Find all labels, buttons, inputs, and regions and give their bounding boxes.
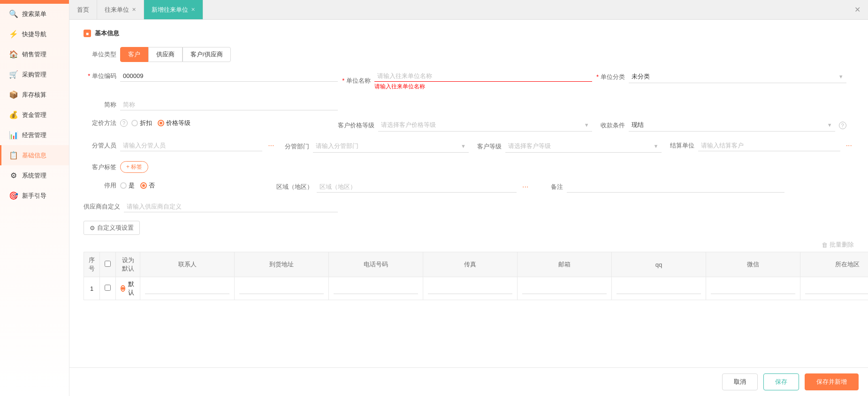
customer-level-placeholder: 请选择客户等级 (508, 142, 652, 150)
contact-table: 序号 设为默认 联系人 到货地址 电话号码 传真 邮箱 qq 微信 所在地区 操… (84, 252, 868, 300)
sidebar-item-guide[interactable]: 🎯 新手引导 (0, 186, 69, 206)
sidebar-item-search[interactable]: 🔍 搜索菜单 (0, 4, 69, 24)
pricing-info-icon[interactable]: ? (120, 119, 128, 127)
payment-terms-info-icon[interactable]: ? (839, 122, 846, 129)
add-tag-button[interactable]: + 标签 (120, 161, 148, 173)
disabled-yes-circle (120, 182, 127, 189)
disabled-no-label: 否 (149, 181, 155, 190)
row-contact-input[interactable] (145, 283, 229, 294)
basic-icon: 📋 (9, 151, 18, 160)
pricing-radio-group: 折扣 价格等级 (131, 119, 190, 127)
tab-home[interactable]: 首页 (69, 0, 97, 19)
disabled-no-circle (140, 182, 147, 189)
region-input[interactable] (317, 181, 517, 193)
window-close-button[interactable]: ✕ (847, 5, 868, 14)
row-wechat-input[interactable] (711, 283, 795, 294)
pricing-level-label: 价格等级 (166, 119, 190, 127)
supplier-custom-row: 供应商自定义 (84, 201, 854, 212)
tab-new-partner[interactable]: 新增往来单位 ✕ (144, 0, 203, 19)
row-fax (423, 277, 518, 300)
search-icon: 🔍 (9, 9, 18, 18)
type-btn-supplier[interactable]: 供应商 (148, 47, 183, 62)
short-name-input[interactable] (120, 99, 338, 110)
disabled-yes-radio[interactable]: 是 (120, 181, 135, 190)
row-address-input[interactable] (239, 283, 324, 294)
row-fax-input[interactable] (428, 283, 512, 294)
table-toolbar: 🗑 批量删除 (84, 241, 854, 249)
th-checkbox (100, 252, 116, 277)
tab-partners-close[interactable]: ✕ (132, 7, 136, 13)
th-phone: 电话号码 (329, 252, 423, 277)
unit-type-row: 单位类型 客户 供应商 客户/供应商 (84, 47, 854, 62)
th-default: 设为默认 (116, 252, 140, 277)
customer-level-group: 客户等级 请选择客户等级 ▼ (469, 140, 662, 153)
unit-code-input[interactable] (120, 70, 338, 82)
row-select-checkbox[interactable] (105, 285, 111, 291)
pricing-row: 定价方法 ? 折扣 价格等级 客户价格等级 请选择客户价格等级 (84, 119, 854, 132)
remark-input[interactable] (567, 181, 784, 193)
unit-category-select[interactable]: 未分类 ▼ (629, 70, 846, 83)
table-header-row: 序号 设为默认 联系人 到货地址 电话号码 传真 邮箱 qq 微信 所在地区 操… (84, 252, 868, 277)
sidebar-item-quicknav[interactable]: ⚡ 快捷导航 (0, 24, 69, 44)
sidebar-item-purchase[interactable]: 🛒 采购管理 (0, 64, 69, 85)
tab-partners-label: 往来单位 (105, 6, 129, 14)
customer-price-level-group: 客户价格等级 请选择客户价格等级 ▼ (338, 119, 592, 132)
save-button[interactable]: 保存 (763, 373, 799, 390)
settlement-group: 结算单位 ··· (662, 140, 854, 151)
type-btn-both[interactable]: 客户/供应商 (183, 47, 231, 62)
disabled-region-row: 停用 是 否 区域（地区） ··· 备注 (84, 181, 854, 193)
form-content: ■ 基本信息 单位类型 客户 供应商 客户/供应商 单位编码 单位名称 (69, 20, 868, 367)
batch-delete-button[interactable]: 🗑 批量删除 (822, 241, 854, 249)
row-default: 默认 (116, 277, 140, 300)
row-region (800, 277, 868, 300)
tags-group: 客户标签 + 标签 (84, 161, 854, 173)
manager-input[interactable] (120, 140, 262, 151)
sidebar-item-basic[interactable]: 📋 基础信息 (0, 145, 69, 165)
operations-icon: 📊 (9, 131, 18, 140)
tab-new-partner-close[interactable]: ✕ (191, 7, 195, 13)
row-email-input[interactable] (522, 283, 607, 294)
customer-price-level-label: 客户价格等级 (338, 121, 374, 130)
row-phone-input[interactable] (334, 283, 418, 294)
disabled-no-radio[interactable]: 否 (140, 181, 155, 190)
customer-price-level-select[interactable]: 请选择客户价格等级 ▼ (378, 119, 592, 132)
sidebar-item-operations[interactable]: 📊 经营管理 (0, 125, 69, 145)
row-email (518, 277, 612, 300)
type-btn-customer[interactable]: 客户 (120, 47, 148, 62)
guide-icon: 🎯 (9, 191, 18, 200)
sidebar-label-sales: 销售管理 (22, 50, 46, 59)
pricing-radio-level[interactable]: 价格等级 (158, 119, 190, 127)
tab-partners[interactable]: 往来单位 ✕ (97, 0, 144, 19)
supplier-custom-input[interactable] (124, 201, 338, 212)
settlement-dots[interactable]: ··· (844, 141, 854, 150)
row-qq-input[interactable] (617, 283, 701, 294)
settlement-input[interactable] (698, 140, 840, 151)
department-select[interactable]: 请输入分管部门 ▼ (313, 140, 469, 153)
unit-name-error: 请输入往来单位名称 (374, 83, 592, 91)
sidebar-item-system[interactable]: ⚙ 系统管理 (0, 165, 69, 186)
unit-name-label: 单位名称 (338, 77, 371, 85)
customize-settings-button[interactable]: ⚙ 自定义项设置 (84, 221, 140, 235)
row-region-input[interactable] (805, 283, 868, 294)
customer-level-select[interactable]: 请选择客户等级 ▼ (505, 140, 662, 153)
remark-label: 备注 (530, 183, 563, 191)
department-chevron: ▼ (461, 143, 466, 149)
save-add-button[interactable]: 保存并新增 (805, 373, 859, 390)
sidebar-top-accent (0, 0, 69, 4)
sidebar-item-finance[interactable]: 💰 资金管理 (0, 105, 69, 125)
unit-name-input[interactable] (374, 70, 592, 82)
manager-dots[interactable]: ··· (266, 141, 276, 150)
sidebar-item-sales[interactable]: 🏠 销售管理 (0, 44, 69, 64)
disabled-label: 停用 (84, 181, 116, 190)
sidebar-item-inventory[interactable]: 📦 库存核算 (0, 85, 69, 105)
row-default-label: 默认 (127, 280, 135, 297)
batch-delete-label: 批量删除 (830, 241, 854, 249)
region-dots[interactable]: ··· (520, 183, 530, 191)
sidebar-label-quicknav: 快捷导航 (22, 30, 46, 39)
sidebar-label-guide: 新手引导 (22, 192, 46, 200)
select-all-checkbox[interactable] (105, 261, 111, 267)
payment-terms-select[interactable]: 现结 ▼ (629, 119, 835, 132)
row-default-radio[interactable]: 默认 (121, 280, 135, 297)
cancel-button[interactable]: 取消 (722, 373, 758, 390)
pricing-radio-discount[interactable]: 折扣 (131, 119, 152, 127)
